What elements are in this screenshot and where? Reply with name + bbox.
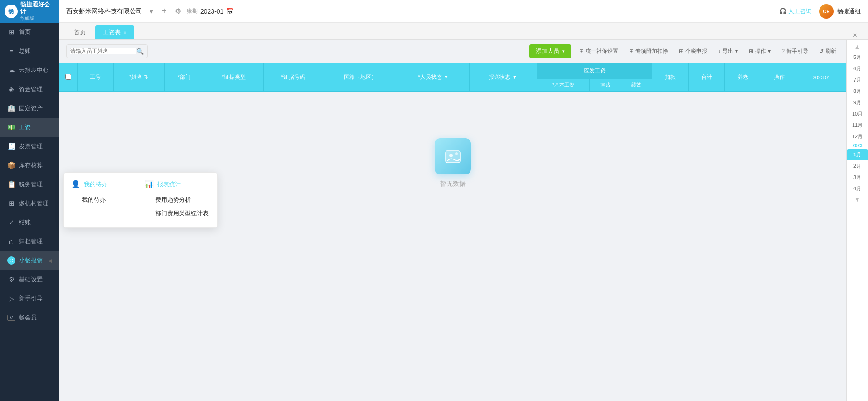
tab-close-icon[interactable]: × [123, 29, 126, 36]
username: 畅捷通组 [837, 7, 861, 15]
company-dropdown-icon[interactable]: ▾ [150, 7, 153, 15]
sidebar-item-ledger[interactable]: ≡ 总账 [0, 42, 59, 61]
sidebar-item-archive-label: 归档管理 [19, 237, 43, 246]
sidebar-item-cloud-report[interactable]: ☁ 云报表中心 [0, 61, 59, 80]
th-id-type: *证据类型 [204, 63, 263, 92]
tax-report-icon: ⊞ [679, 48, 684, 54]
sidebar-item-multi-org[interactable]: ⊞ 多机构管理 [0, 194, 59, 213]
month-item-9[interactable]: 9月 [847, 97, 868, 108]
month-item-6[interactable]: 6月 [847, 63, 868, 74]
topbar-add-button[interactable]: + [159, 6, 170, 17]
month-nav-up-button[interactable]: ▲ [850, 42, 865, 52]
popup-section1-title-text: 我的待办 [84, 180, 107, 188]
month-item-jan[interactable]: 1月 [847, 149, 868, 160]
th-basic-salary: *基本工资 [537, 79, 590, 92]
sidebar-item-guide[interactable]: ▷ 新手引导 [0, 289, 59, 308]
popup-item-my-todo[interactable]: 我的待办 [71, 193, 137, 207]
fund-icon: ◈ [7, 85, 15, 93]
select-all-checkbox[interactable] [65, 74, 71, 80]
logo-title: 畅捷通好会计 [20, 1, 54, 15]
archive-icon: 🗂 [7, 238, 15, 246]
sidebar-item-invoice[interactable]: 🧾 发票管理 [0, 137, 59, 156]
sidebar-item-tax[interactable]: 📋 税务管理 [0, 175, 59, 194]
sidebar-item-home-label: 首页 [19, 28, 31, 36]
month-item-11[interactable]: 11月 [847, 120, 868, 131]
popup-item-expense-label: 费用趋势分析 [155, 196, 191, 203]
service-btn[interactable]: 🎧 人工咨询 [779, 7, 812, 15]
month-sidebar: ▲ 5月 6月 7月 8月 9月 10月 11月 12月 2023 1月 2月 … [846, 40, 868, 401]
month-nav-down-button[interactable]: ▼ [850, 194, 865, 204]
month-item-12[interactable]: 12月 [847, 131, 868, 142]
search-icon: 🔍 [136, 48, 144, 55]
sidebar-item-basic[interactable]: ⚙ 基础设置 [0, 270, 59, 289]
sidebar-item-member[interactable]: V 畅会员 [0, 308, 59, 327]
popup-item-expense-trend[interactable]: 费用趋势分析 [145, 193, 210, 207]
refresh-button[interactable]: ↺ 刷新 [816, 46, 839, 57]
month-item-5[interactable]: 5月 [847, 52, 868, 63]
popup-columns: 👤 我的待办 我的待办 📊 报表统计 费用趋势分析 部门费用类型统计表 [71, 180, 210, 220]
th-checkbox [59, 63, 78, 92]
th-pension: 养老 [725, 63, 761, 92]
search-input[interactable] [70, 48, 136, 54]
sidebar-item-fund[interactable]: ◈ 资金管理 [0, 80, 59, 99]
popup-item-dept-expense[interactable]: 部门费用类型统计表 [145, 207, 210, 220]
th-nationality: 国籍（地区） [323, 63, 398, 92]
sidebar-item-ledger-label: 总账 [19, 47, 31, 55]
th-status: *人员状态 ▼ [398, 63, 469, 92]
month-item-10[interactable]: 10月 [847, 108, 868, 120]
guide-icon: ▷ [7, 295, 15, 303]
logo-subtitle: 旗舰版 [20, 15, 54, 22]
tax-report-button[interactable]: ⊞ 个税申报 [676, 46, 710, 57]
sidebar-item-inventory[interactable]: 📦 库存核算 [0, 156, 59, 175]
th-report-status: 报送状态 ▼ [469, 63, 537, 92]
sidebar-item-archive[interactable]: 🗂 归档管理 [0, 232, 59, 251]
sidebar-item-fixed-assets[interactable]: 🏢 固定资产 [0, 99, 59, 118]
refresh-label: 刷新 [825, 48, 836, 55]
month-year-2023: 2023 [852, 143, 862, 148]
sidebar-item-multi-org-label: 多机构管理 [19, 199, 48, 208]
month-item-mar[interactable]: 3月 [847, 172, 868, 183]
company-name: 西安虾米网络科技有限公司 [66, 7, 142, 15]
month-item-apr[interactable]: 4月 [847, 183, 868, 194]
refresh-icon: ↺ [819, 48, 824, 54]
avatar: CE [819, 4, 834, 19]
topbar-settings-icon[interactable]: ⚙ [175, 7, 181, 15]
th-period: 2023.01 [797, 63, 846, 92]
month-item-feb[interactable]: 2月 [847, 160, 868, 172]
tab-home[interactable]: 首页 [66, 25, 93, 39]
basic-icon: ⚙ [7, 275, 15, 284]
sidebar-item-invoice-label: 发票管理 [19, 142, 43, 150]
social-insurance-label: 统一社保设置 [586, 48, 618, 55]
main-content: 西安虾米网络科技有限公司 ▾ + ⚙ 账期 2023-01 📅 🎧 人工咨询 C… [59, 0, 868, 401]
sidebar-item-fixed-label: 固定资产 [19, 104, 43, 112]
sidebar-logo: 畅 畅捷通好会计 旗舰版 [0, 0, 59, 23]
social-insurance-button[interactable]: ⊞ 统一社保设置 [577, 46, 621, 57]
tab-close-window-button[interactable]: × [849, 31, 861, 39]
popup-section2-title: 📊 报表统计 [145, 180, 210, 188]
sidebar-item-home[interactable]: ⊞ 首页 [0, 23, 59, 42]
topbar-user[interactable]: CE 畅捷通组 [819, 4, 861, 19]
sidebar-item-checkout[interactable]: ✓ 结账 [0, 213, 59, 232]
special-deduction-button[interactable]: ⊞ 专项附加扣除 [626, 46, 671, 57]
guide-button[interactable]: ? 新手引导 [779, 46, 811, 57]
th-subsidy: 津贴 [589, 79, 621, 92]
popup-section1-title: 👤 我的待办 [71, 180, 137, 188]
period-calendar-icon[interactable]: 📅 [226, 8, 234, 15]
export-button[interactable]: ↓ 导出 ▾ [715, 46, 741, 57]
sidebar-item-xiaochang[interactable]: G 小畅报销 ◀ [0, 251, 59, 270]
guide-icon: ? [781, 48, 785, 54]
add-people-button[interactable]: 添加人员 ▾ [529, 44, 571, 58]
th-dept: *部门 [164, 63, 204, 92]
tax-report-label: 个税申报 [685, 48, 707, 55]
sidebar-nav: ⊞ 首页 ≡ 总账 ☁ 云报表中心 ◈ 资金管理 🏢 固定资产 💵 工资 🧾 发… [0, 23, 59, 401]
operation-label: 操作 [755, 48, 766, 55]
sidebar-item-salary[interactable]: 💵 工资 [0, 118, 59, 137]
sidebar-item-tax-label: 税务管理 [19, 180, 43, 188]
todo-section-icon: 👤 [71, 180, 80, 188]
month-item-8[interactable]: 8月 [847, 86, 868, 97]
operation-button[interactable]: ⊞ 操作 ▾ [746, 46, 773, 57]
ledger-icon: ≡ [7, 48, 15, 55]
tab-salary-table[interactable]: 工资表 × [95, 25, 134, 39]
month-item-7[interactable]: 7月 [847, 74, 868, 86]
topbar-right: 🎧 人工咨询 CE 畅捷通组 [779, 4, 861, 19]
